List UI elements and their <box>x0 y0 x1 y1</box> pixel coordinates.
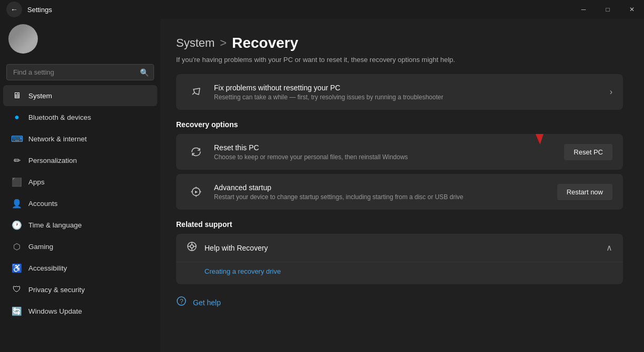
privacy-icon: 🛡 <box>12 284 22 295</box>
system-icon: 🖥 <box>12 90 22 101</box>
sidebar-search-container: 🔍 <box>6 64 154 80</box>
fix-problems-row[interactable]: Fix problems without resetting your PC R… <box>176 74 623 110</box>
fix-chevron: › <box>610 87 612 97</box>
search-input[interactable] <box>6 64 154 80</box>
sidebar-item-label: Accounts <box>28 200 58 208</box>
fix-title: Fix problems without resetting your PC <box>214 84 601 92</box>
help-recovery-content: Creating a recovery drive <box>176 262 623 284</box>
fix-desc: Resetting can take a while — first, try … <box>214 94 601 101</box>
advanced-startup-row: Advanced startup Restart your device to … <box>176 174 623 210</box>
sidebar-item-update[interactable]: 🔄 Windows Update <box>3 301 157 322</box>
sidebar-item-label: Personalization <box>28 157 77 164</box>
reset-action: Reset PC <box>564 144 612 160</box>
avatar <box>8 24 38 54</box>
breadcrumb-parent: System <box>176 36 214 50</box>
get-help-row: ? Get help <box>176 288 623 309</box>
reset-pc-button[interactable]: Reset PC <box>564 144 612 160</box>
reset-pc-row: Reset this PC Choose to keep or remove y… <box>176 134 623 170</box>
minimize-button[interactable]: ─ <box>571 0 596 19</box>
time-icon: 🕐 <box>12 220 22 230</box>
recovery-options-title: Recovery options <box>176 120 623 129</box>
sidebar-item-label: Bluetooth & devices <box>28 113 91 121</box>
titlebar-title: Settings <box>27 6 52 14</box>
page-subtitle: If you're having problems with your PC o… <box>176 56 623 64</box>
advanced-text: Advanced startup Restart your device to … <box>214 183 549 201</box>
content-area: System > Recovery If you're having probl… <box>160 19 644 352</box>
close-button[interactable]: ✕ <box>620 0 644 19</box>
search-icon: 🔍 <box>140 68 149 77</box>
fix-icon <box>187 82 206 101</box>
accounts-icon: 👤 <box>12 198 22 209</box>
creating-recovery-drive-link[interactable]: Creating a recovery drive <box>205 267 281 275</box>
sidebar-item-label: Accessibility <box>28 264 67 272</box>
sidebar: 🔍 🖥 System ● Bluetooth & devices ⌨ Netwo… <box>0 19 160 352</box>
help-recovery-icon <box>187 241 197 254</box>
sidebar-profile <box>0 19 160 59</box>
help-recovery-header[interactable]: Help with Recovery ∧ <box>176 234 623 262</box>
sidebar-item-label: Windows Update <box>28 307 82 315</box>
titlebar-controls: ─ □ ✕ <box>571 0 644 19</box>
get-help-label[interactable]: Get help <box>193 298 221 307</box>
personalization-icon: ✏ <box>12 155 22 165</box>
sidebar-item-label: System <box>28 92 52 100</box>
reset-desc: Choose to keep or remove your personal f… <box>214 153 556 161</box>
maximize-button[interactable]: □ <box>596 0 620 19</box>
bluetooth-icon: ● <box>12 112 22 122</box>
sidebar-item-personalization[interactable]: ✏ Personalization <box>3 150 157 171</box>
chevron-right-icon: › <box>610 87 612 96</box>
sidebar-item-network[interactable]: ⌨ Network & internet <box>3 128 157 149</box>
sidebar-item-gaming[interactable]: ⬡ Gaming <box>3 236 157 257</box>
sidebar-item-label: Time & language <box>28 221 82 229</box>
sidebar-item-apps[interactable]: ⬛ Apps <box>3 171 157 192</box>
sidebar-item-time[interactable]: 🕐 Time & language <box>3 214 157 235</box>
accessibility-icon: ♿ <box>12 263 22 273</box>
back-button[interactable]: ← <box>6 2 22 17</box>
breadcrumb-current: Recovery <box>232 35 298 51</box>
advanced-startup-card: Advanced startup Restart your device to … <box>176 174 623 210</box>
reset-icon <box>187 142 206 161</box>
sidebar-item-bluetooth[interactable]: ● Bluetooth & devices <box>3 107 157 128</box>
sidebar-item-label: Gaming <box>28 243 53 251</box>
help-recovery-chevron: ∧ <box>606 243 612 253</box>
breadcrumb-separator: > <box>220 36 227 50</box>
help-recovery-card: Help with Recovery ∧ Creating a recovery… <box>176 234 623 284</box>
titlebar: ← Settings ─ □ ✕ <box>0 0 644 19</box>
svg-point-3 <box>190 245 193 248</box>
sidebar-item-label: Privacy & security <box>28 286 85 294</box>
reset-pc-card: Reset this PC Choose to keep or remove y… <box>176 134 623 170</box>
restart-now-button[interactable]: Restart now <box>557 184 612 200</box>
sidebar-item-label: Apps <box>28 178 45 186</box>
advanced-startup-icon <box>187 182 206 201</box>
breadcrumb: System > Recovery <box>176 35 623 51</box>
avatar-image <box>8 24 38 54</box>
help-recovery-label: Help with Recovery <box>205 244 599 252</box>
sidebar-item-accessibility[interactable]: ♿ Accessibility <box>3 257 157 278</box>
fix-text: Fix problems without resetting your PC R… <box>214 84 601 101</box>
sidebar-item-label: Network & internet <box>28 135 87 143</box>
update-icon: 🔄 <box>12 306 22 316</box>
advanced-action: Restart now <box>557 184 612 200</box>
advanced-title: Advanced startup <box>214 183 549 192</box>
advanced-desc: Restart your device to change startup se… <box>214 193 549 201</box>
gaming-icon: ⬡ <box>12 241 22 252</box>
sidebar-nav: 🖥 System ● Bluetooth & devices ⌨ Network… <box>0 85 160 322</box>
titlebar-left: ← Settings <box>6 2 52 17</box>
reset-title: Reset this PC <box>214 143 556 152</box>
reset-text: Reset this PC Choose to keep or remove y… <box>214 143 556 161</box>
get-help-icon: ? <box>176 296 187 309</box>
related-support-title: Related support <box>176 220 623 229</box>
sidebar-item-accounts[interactable]: 👤 Accounts <box>3 193 157 214</box>
apps-icon: ⬛ <box>12 177 22 187</box>
sidebar-item-privacy[interactable]: 🛡 Privacy & security <box>3 279 157 300</box>
sidebar-item-system[interactable]: 🖥 System <box>3 85 157 106</box>
svg-text:?: ? <box>180 298 183 305</box>
network-icon: ⌨ <box>12 133 22 144</box>
fix-problems-card[interactable]: Fix problems without resetting your PC R… <box>176 74 623 110</box>
main-layout: 🔍 🖥 System ● Bluetooth & devices ⌨ Netwo… <box>0 19 644 352</box>
